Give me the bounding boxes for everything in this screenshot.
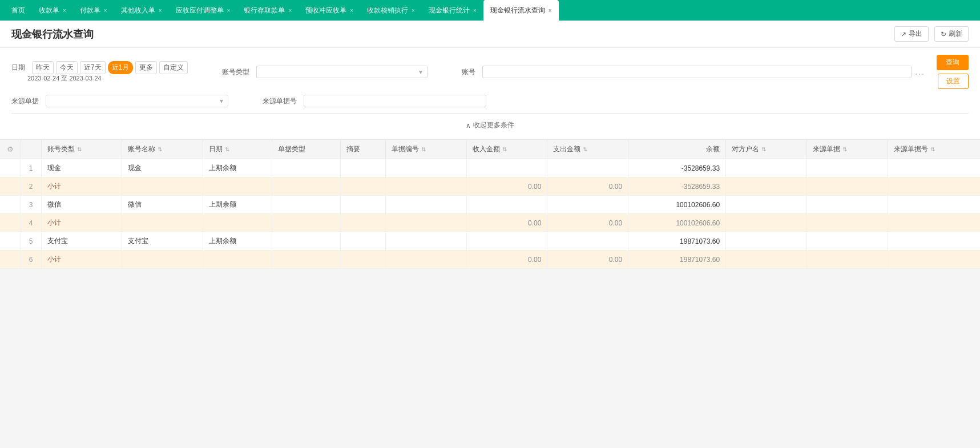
th-date[interactable]: 日期⇅ [203,140,272,159]
row-doc-type [272,251,341,269]
nav-item-付款单[interactable]: 付款单× [73,0,114,21]
export-button[interactable]: ↗ 导出 [894,26,929,42]
close-icon[interactable]: × [350,7,353,14]
row-account-type: 现金 [41,159,122,177]
source-doc-no-label: 来源单据号 [263,96,297,106]
row-income [466,232,547,251]
row-settings [0,232,21,251]
row-account-type: 支付宝 [41,232,122,251]
gear-icon[interactable]: ⚙ [7,145,14,154]
account-type-label: 账号类型 [222,67,249,77]
more-options-icon[interactable]: ... [915,67,925,76]
sort-icon-6: ⇅ [583,146,587,152]
close-icon[interactable]: × [473,7,477,14]
refresh-button[interactable]: ↻ 刷新 [934,26,969,42]
row-income: 0.00 [466,214,547,232]
filter-row-2: 来源单据 ▾ 来源单据号 [11,95,969,107]
sort-icon-9: ⇅ [930,146,935,152]
row-expense: 0.00 [547,251,628,269]
close-icon[interactable]: × [104,7,107,14]
th-account-name[interactable]: 账号名称⇅ [122,140,203,159]
th-source-doc[interactable]: 来源单据⇅ [806,140,888,159]
row-doc-type [272,177,341,196]
settings-button[interactable]: 设置 [938,74,969,89]
nav-item-现金银行流水查询[interactable]: 现金银行流水查询× [483,0,559,21]
row-account-type: 小计 [41,251,122,269]
row-source-doc [806,214,888,232]
th-summary: 摘要 [341,140,386,159]
page-title: 现金银行流水查询 [11,27,94,41]
row-income: 0.00 [466,251,547,269]
date-btn-自定义[interactable]: 自定义 [159,61,188,74]
table-settings-col[interactable]: ⚙ [0,140,21,159]
sort-icon-8: ⇅ [842,146,847,152]
nav-item-预收冲应收单[interactable]: 预收冲应收单× [299,0,360,21]
date-label: 日期 [11,63,25,72]
th-source-doc-no[interactable]: 来源单据号⇅ [888,140,980,159]
close-icon[interactable]: × [549,7,552,14]
table-row: 3微信微信上期余额100102606.60 [0,196,980,214]
row-expense [547,232,628,251]
row-income [466,159,547,177]
th-doc-no[interactable]: 单据编号⇅ [386,140,467,159]
row-doc-no [386,196,467,214]
collapse-bar[interactable]: ∧ 收起更多条件 [11,118,969,132]
nav-item-其他收入单[interactable]: 其他收入单× [114,0,169,21]
nav-home[interactable]: 首页 [5,0,32,21]
row-account-name [122,251,203,269]
row-doc-no [386,232,467,251]
nav-item-现金银行统计[interactable]: 现金银行统计× [422,0,483,21]
close-icon[interactable]: × [159,7,162,14]
source-doc-select[interactable]: ▾ [46,95,228,107]
row-doc-no [386,177,467,196]
account-input[interactable] [482,66,912,78]
nav-item-银行存取款单[interactable]: 银行存取款单× [237,0,299,21]
nav-item-应收应付调整单[interactable]: 应收应付调整单× [169,0,237,21]
row-source-doc-no [888,214,980,232]
chevron-down-icon-2: ▾ [220,97,223,105]
row-source-doc-no [888,232,980,251]
account-type-select[interactable]: ▾ [256,66,428,78]
row-balance: -3528659.33 [628,159,726,177]
th-account-type[interactable]: 账号类型⇅ [41,140,122,159]
row-source-doc-no [888,159,980,177]
nav-item-收款单[interactable]: 收款单× [32,0,73,21]
row-summary [341,177,386,196]
th-income[interactable]: 收入金额⇅ [466,140,547,159]
row-income [466,196,547,214]
row-account-name [122,177,203,196]
row-source-doc [806,159,888,177]
close-icon[interactable]: × [63,7,66,14]
table-row: 4小计0.000.00100102606.60 [0,214,980,232]
date-btn-近1月[interactable]: 近1月 [108,61,134,74]
sort-icon-5: ⇅ [502,146,507,152]
row-num: 1 [21,159,41,177]
row-source-doc-no [888,196,980,214]
close-icon[interactable]: × [227,7,231,14]
th-counterparty[interactable]: 对方户名⇅ [726,140,807,159]
row-num: 5 [21,232,41,251]
date-btn-近7天[interactable]: 近7天 [80,61,106,74]
row-summary [341,159,386,177]
query-button[interactable]: 查询 [937,55,969,70]
row-account-type: 微信 [41,196,122,214]
table-body: 1现金现金上期余额-3528659.332小计0.000.00-3528659.… [0,159,980,269]
row-settings [0,159,21,177]
date-btn-更多[interactable]: 更多 [135,61,157,74]
row-summary [341,196,386,214]
row-date: 上期余额 [203,232,272,251]
th-expense[interactable]: 支出金额⇅ [547,140,628,159]
row-settings [0,196,21,214]
sort-icon-3: ⇅ [225,146,229,152]
row-summary [341,232,386,251]
row-counterparty [726,251,807,269]
source-doc-no-input[interactable] [304,95,486,107]
sort-icon-2: ⇅ [158,146,162,152]
close-icon[interactable]: × [288,7,292,14]
nav-item-收款核销执行[interactable]: 收款核销执行× [360,0,422,21]
date-btn-今天[interactable]: 今天 [56,61,78,74]
page-header: 现金银行流水查询 ↗ 导出 ↻ 刷新 [0,21,980,48]
close-icon[interactable]: × [412,7,415,14]
row-source-doc [806,196,888,214]
date-btn-昨天[interactable]: 昨天 [32,61,54,74]
